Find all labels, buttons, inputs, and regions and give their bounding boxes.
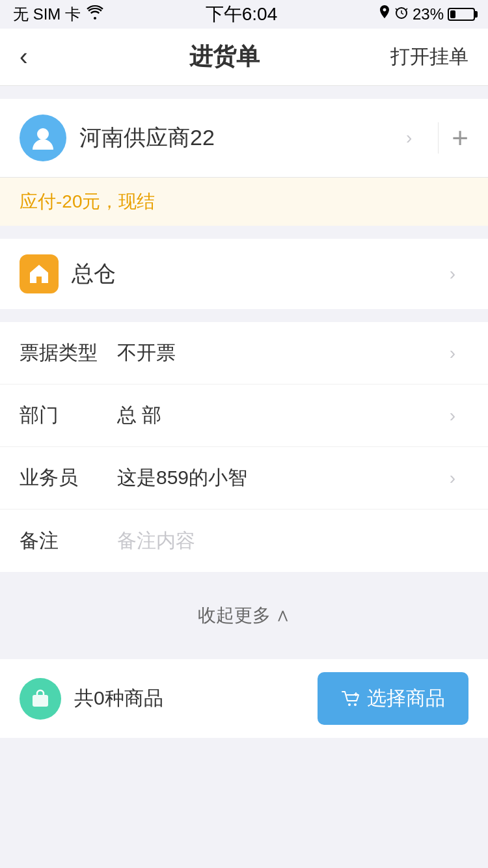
select-product-button[interactable]: 选择商品 — [318, 672, 468, 725]
cart-icon — [341, 690, 360, 707]
remark-row[interactable]: 备注 备注内容 — [0, 509, 488, 572]
status-bar: 无 SIM 卡 下午6:04 23% — [0, 0, 488, 29]
status-time: 下午6:04 — [206, 2, 278, 27]
supplier-avatar — [20, 115, 66, 161]
salesman-label: 业务员 — [20, 465, 104, 491]
svg-point-4 — [354, 703, 357, 706]
salesman-value: 这是859的小智 — [104, 465, 450, 491]
select-product-label: 选择商品 — [367, 685, 445, 712]
background-fill — [0, 738, 488, 868]
wifi-icon — [86, 5, 104, 23]
svg-rect-2 — [33, 695, 48, 707]
svg-point-1 — [37, 128, 49, 140]
warehouse-row[interactable]: 总仓 › — [0, 239, 488, 309]
notice-banner: 应付-20元，现结 — [0, 178, 488, 226]
ticket-type-value: 不开票 — [104, 340, 450, 366]
battery-icon — [448, 8, 475, 21]
location-icon — [379, 5, 390, 23]
status-left: 无 SIM 卡 — [13, 4, 104, 25]
form-section: 票据类型 不开票 › 部门 总 部 › 业务员 这是859的小智 › 备注 备注… — [0, 322, 488, 572]
product-icon-bg — [20, 678, 61, 720]
product-bar: 共0种商品 选择商品 — [0, 659, 488, 738]
alarm-icon — [394, 5, 409, 23]
warehouse-name: 总仓 — [72, 259, 450, 289]
open-pending-button[interactable]: 打开挂单 — [390, 44, 468, 70]
supplier-name: 河南供应商22 — [79, 123, 406, 153]
collapse-row[interactable]: 收起更多 ∧ — [0, 585, 488, 646]
department-label: 部门 — [20, 402, 104, 429]
salesman-row[interactable]: 业务员 这是859的小智 › — [0, 447, 488, 509]
warehouse-icon-bg — [20, 254, 59, 293]
status-right: 23% — [379, 5, 475, 23]
nav-bar: ‹ 进货单 打开挂单 — [0, 29, 488, 86]
supplier-row[interactable]: 河南供应商22 › + — [0, 99, 488, 178]
ticket-type-label: 票据类型 — [20, 340, 104, 366]
add-button[interactable]: + — [452, 124, 468, 152]
department-chevron-icon: › — [450, 405, 455, 426]
svg-point-3 — [348, 703, 351, 706]
warehouse-section: 总仓 › — [0, 239, 488, 309]
notice-text: 应付-20元，现结 — [20, 191, 155, 211]
supplier-chevron-icon: › — [406, 128, 412, 148]
salesman-chevron-icon: › — [450, 468, 455, 489]
ticket-type-row[interactable]: 票据类型 不开票 › — [0, 322, 488, 385]
warehouse-chevron-icon: › — [450, 264, 455, 284]
department-value: 总 部 — [104, 402, 450, 429]
page-title: 进货单 — [189, 41, 260, 73]
product-count: 共0种商品 — [74, 685, 318, 712]
top-divider — [0, 86, 488, 99]
back-button[interactable]: ‹ — [20, 43, 59, 71]
carrier-label: 无 SIM 卡 — [13, 4, 81, 25]
person-icon — [29, 124, 57, 152]
supplier-section: 河南供应商22 › + 应付-20元，现结 — [0, 99, 488, 226]
ticket-type-chevron-icon: › — [450, 343, 455, 364]
house-icon — [27, 262, 51, 286]
department-row[interactable]: 部门 总 部 › — [0, 385, 488, 447]
vertical-divider — [438, 122, 439, 154]
collapse-label: 收起更多 ∧ — [198, 603, 291, 628]
bag-icon — [29, 687, 52, 711]
remark-input[interactable]: 备注内容 — [104, 528, 468, 554]
battery-percent: 23% — [413, 5, 444, 23]
remark-label: 备注 — [20, 528, 104, 554]
